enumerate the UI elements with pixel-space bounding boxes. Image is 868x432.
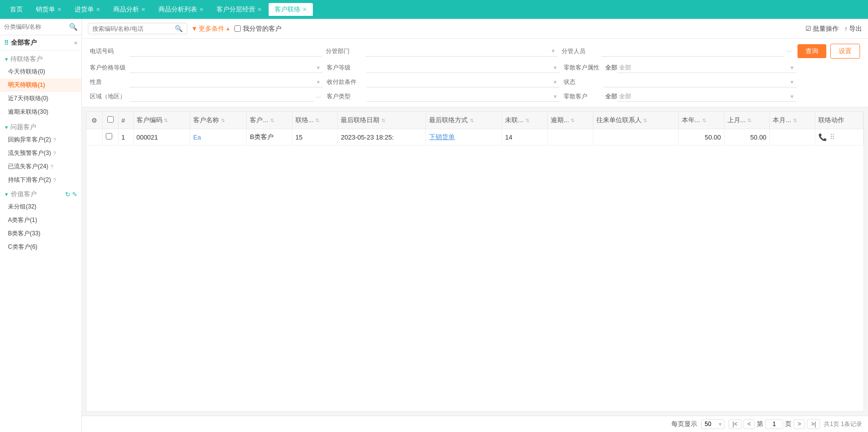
nav-tab-3[interactable]: 商品分析列表 ✕ xyxy=(152,3,210,16)
prev-page-button[interactable]: < xyxy=(743,419,755,429)
th-overdue[interactable]: 逾期... ⇅ xyxy=(547,112,593,129)
filter-input-phone[interactable] xyxy=(130,46,322,57)
th-last-contact-date[interactable]: 最后联络日期 ⇅ xyxy=(338,112,426,129)
th-settings[interactable]: ⚙ xyxy=(86,112,102,129)
sidebar-item-class-c[interactable]: C类客户(6) xyxy=(0,240,81,254)
select-all-checkbox[interactable] xyxy=(107,116,114,123)
help-icon-4[interactable]: ? xyxy=(53,177,56,183)
per-page-select[interactable]: 10 20 50 100 xyxy=(701,419,724,429)
nav-tab-0[interactable]: 销货单 ✕ xyxy=(30,3,68,16)
nav-tab-5[interactable]: 客户联络 ✕ xyxy=(269,3,313,16)
filter-select-dept[interactable] xyxy=(365,46,558,56)
batch-action-button[interactable]: ☑ 批量操作 xyxy=(805,24,839,33)
sidebar-item-class-b[interactable]: B类客户(33) xyxy=(0,227,81,240)
filter-select-retail-cust[interactable]: 全部 xyxy=(617,91,796,101)
region-dots-icon[interactable]: ··· xyxy=(314,93,323,100)
th-partner-contact[interactable]: 往来单位联系人 ⇅ xyxy=(593,112,678,129)
close-tab-3-icon[interactable]: ✕ xyxy=(199,6,204,13)
action-more-icon-0[interactable]: ⠿ xyxy=(830,133,835,141)
sort-partner-icon[interactable]: ⇅ xyxy=(643,118,647,123)
sidebar-item-overdue[interactable]: 逾期未联络(30) xyxy=(0,105,81,119)
help-icon-3[interactable]: ? xyxy=(50,164,53,170)
sort-not-contacted-icon[interactable]: ⇅ xyxy=(525,118,529,123)
sort-last-month-icon[interactable]: ⇅ xyxy=(747,118,751,123)
sidebar-search-input[interactable] xyxy=(4,23,67,30)
sidebar-item-declining[interactable]: 持续下滑客户(2) ? xyxy=(0,173,81,187)
sort-type-icon[interactable]: ⇅ xyxy=(270,118,274,123)
sort-date-icon[interactable]: ⇅ xyxy=(381,118,385,123)
help-icon-1[interactable]: ? xyxy=(53,137,56,143)
sidebar-item-class-a[interactable]: A类客户(1) xyxy=(0,214,81,227)
nav-tab-2[interactable]: 商品分析 ✕ xyxy=(107,3,151,16)
th-contacts[interactable]: 联络... ⇅ xyxy=(292,112,338,129)
sidebar-item-7days[interactable]: 近7天待联络(0) xyxy=(0,92,81,105)
sort-year-icon[interactable]: ⇅ xyxy=(702,118,706,123)
filter-select-status[interactable] xyxy=(603,77,796,87)
more-conditions-button[interactable]: ▼ 更多条件 ▲ xyxy=(191,24,230,33)
td-method-0[interactable]: 下销货单 xyxy=(426,129,502,145)
export-button[interactable]: ↑ 导出 xyxy=(845,24,863,33)
help-icon-2[interactable]: ? xyxy=(53,150,56,156)
filter-input-region[interactable] xyxy=(130,91,314,102)
edit-icon[interactable]: ✎ xyxy=(72,191,77,198)
sort-name-icon[interactable]: ⇅ xyxy=(221,118,225,123)
sidebar-item-tomorrow[interactable]: 明天待联络(1) xyxy=(0,78,81,92)
filter-select-price[interactable] xyxy=(130,63,323,72)
sidebar-item-churn-warn[interactable]: 流失预警客户(3) ? xyxy=(0,146,81,160)
my-customers-check[interactable] xyxy=(234,25,241,32)
sidebar-search-icon[interactable]: 🔍 xyxy=(69,23,77,31)
next-page-button[interactable]: > xyxy=(794,419,805,429)
sidebar-item-churned[interactable]: 已流失客户(24) ? xyxy=(0,160,81,173)
nav-tab-4[interactable]: 客户分层经营 ✕ xyxy=(211,3,268,16)
th-name[interactable]: 客户名称 ⇅ xyxy=(190,112,246,129)
last-page-button[interactable]: >| xyxy=(807,419,820,429)
sort-code-icon[interactable]: ⇅ xyxy=(164,118,168,123)
filter-input-manager[interactable] xyxy=(601,46,785,57)
sort-this-month-icon[interactable]: ⇅ xyxy=(793,118,797,123)
first-page-button[interactable]: |< xyxy=(728,419,741,429)
action-phone-icon-0[interactable]: 📞 xyxy=(818,133,827,141)
row-checkbox-0[interactable] xyxy=(106,133,112,140)
refresh-icon[interactable]: ↻ xyxy=(65,191,71,198)
nav-home[interactable]: 首页 xyxy=(4,3,29,16)
manager-dots-icon[interactable]: ··· xyxy=(785,48,794,55)
my-customers-checkbox[interactable]: 我分管的客户 xyxy=(234,24,282,33)
filter-select-payment[interactable] xyxy=(366,77,560,87)
sidebar-item-abnormal[interactable]: 回购异常客户(2) ? xyxy=(0,133,81,146)
th-checkbox[interactable] xyxy=(102,112,118,129)
th-code[interactable]: 客户编码 ⇅ xyxy=(133,112,190,129)
settings-icon[interactable]: ⚙ xyxy=(91,117,97,124)
th-last-contact-method[interactable]: 最后联络方式 ⇅ xyxy=(426,112,502,129)
td-checkbox-0[interactable] xyxy=(102,129,118,145)
set-button[interactable]: 设置 xyxy=(830,44,860,59)
filter-select-retail-attr[interactable]: 全部 xyxy=(617,63,796,72)
filter-select-cust-level[interactable] xyxy=(366,63,560,72)
page-number-input[interactable] xyxy=(765,419,783,429)
sort-overdue-icon[interactable]: ⇅ xyxy=(571,118,575,123)
triangle-icon-3: ▼ xyxy=(4,192,9,197)
th-this-year[interactable]: 本年... ⇅ xyxy=(679,112,724,129)
filter-select-cust-type[interactable] xyxy=(366,91,560,101)
sidebar-all-customers[interactable]: ⠿ 全部客户 « xyxy=(0,35,81,51)
th-last-month[interactable]: 上月... ⇅ xyxy=(724,112,770,129)
th-this-month[interactable]: 本月... ⇅ xyxy=(770,112,815,129)
query-button[interactable]: 查询 xyxy=(797,44,826,58)
sidebar-item-unclassified[interactable]: 未分组(32) xyxy=(0,200,81,214)
th-not-contacted[interactable]: 未联... ⇅ xyxy=(502,112,548,129)
close-tab-4-icon[interactable]: ✕ xyxy=(257,6,262,13)
close-tab-1-icon[interactable]: ✕ xyxy=(96,6,100,13)
filter-label-nature: 性质 xyxy=(90,78,130,86)
nav-tab-1[interactable]: 进货单 ✕ xyxy=(69,3,106,16)
sort-method-icon[interactable]: ⇅ xyxy=(470,118,474,123)
sidebar-item-today[interactable]: 今天待联络(0) xyxy=(0,65,81,78)
close-tab-5-icon[interactable]: ✕ xyxy=(302,6,307,13)
td-name-0[interactable]: Ea xyxy=(190,129,246,145)
filter-search-icon[interactable]: 🔍 xyxy=(175,25,183,32)
close-tab-0-icon[interactable]: ✕ xyxy=(57,6,62,13)
table-body: 1 000021 Ea B类客户 15 2023-05-23 18:25: 下销… xyxy=(86,129,864,145)
filter-select-nature[interactable] xyxy=(130,77,323,87)
th-customer-type[interactable]: 客户... ⇅ xyxy=(247,112,292,129)
close-tab-2-icon[interactable]: ✕ xyxy=(141,6,145,13)
sort-contacts-icon[interactable]: ⇅ xyxy=(315,118,319,123)
filter-search-input[interactable] xyxy=(92,25,173,32)
